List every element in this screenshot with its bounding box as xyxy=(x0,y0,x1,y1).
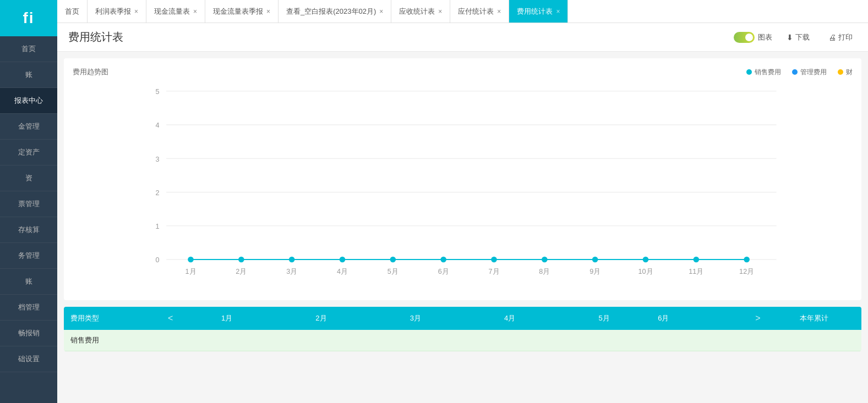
sidebar-item-cash-mgmt[interactable]: 金管理 xyxy=(0,114,57,140)
sidebar-item-ledger[interactable]: 账 xyxy=(0,269,57,295)
sidebar-item-account[interactable]: 账 xyxy=(0,62,57,88)
chart-container: 5 4 3 2 1 0 xyxy=(73,82,853,291)
td-jun-sales xyxy=(651,330,767,351)
sidebar-item-home[interactable]: 首页 xyxy=(0,36,57,62)
svg-text:5: 5 xyxy=(155,88,159,96)
tab-expense[interactable]: 费用统计表 × xyxy=(509,0,568,23)
tab-expense-label: 费用统计表 xyxy=(517,7,553,16)
chart-point-jan xyxy=(188,257,194,263)
tab-profit-quarterly-close[interactable]: × xyxy=(134,8,138,15)
tab-receivable[interactable]: 应收统计表 × xyxy=(391,0,450,23)
legend-finance-expense: 财 xyxy=(838,68,853,77)
tab-home-label: 首页 xyxy=(65,7,79,16)
table-nav-prev[interactable]: < xyxy=(168,313,173,323)
td-apr-sales xyxy=(463,330,557,351)
th-jan: 1月 xyxy=(179,307,274,330)
tab-cashflow-quarterly-label: 现金流量表季报 xyxy=(213,7,263,16)
chart-point-apr xyxy=(340,257,346,263)
download-label: 下载 xyxy=(795,32,810,42)
sidebar-item-capital[interactable]: 资 xyxy=(0,165,57,191)
svg-text:6月: 6月 xyxy=(438,268,449,275)
tab-cashflow-quarterly[interactable]: 现金流量表季报 × xyxy=(205,0,279,23)
tab-expense-close[interactable]: × xyxy=(556,8,560,15)
tab-view-blank[interactable]: 查看_空白报表(2023年02月) × xyxy=(279,0,391,23)
legend-label-sales: 销售费用 xyxy=(755,68,781,77)
chart-point-sep xyxy=(592,257,598,263)
th-mar: 3月 xyxy=(368,307,462,330)
legend-dot-finance xyxy=(838,69,843,75)
chart-title: 费用趋势图 xyxy=(73,67,108,77)
tab-cashflow-quarterly-close[interactable]: × xyxy=(266,8,270,15)
main-area: 首页 利润表季报 × 现金流量表 × 现金流量表季报 × 查看_空白报表(202… xyxy=(57,0,868,403)
legend-dot-admin xyxy=(792,69,798,75)
chart-toggle[interactable] xyxy=(734,32,755,43)
tab-receivable-label: 应收统计表 xyxy=(399,7,435,16)
page-title: 费用统计表 xyxy=(68,30,123,45)
print-label: 打印 xyxy=(838,32,853,42)
print-button[interactable]: 🖨 打印 xyxy=(824,30,857,45)
tab-cashflow[interactable]: 现金流量表 × xyxy=(146,0,205,23)
tab-profit-quarterly[interactable]: 利润表季报 × xyxy=(88,0,146,23)
th-ytd: 本年累计 xyxy=(767,307,861,330)
expense-table: 费用类型 < 1月 2月 3月 4月 5月 6月 > 本年累计 销售费用 xyxy=(64,307,861,351)
svg-text:3: 3 xyxy=(155,156,159,163)
sidebar-item-settings[interactable]: 础设置 xyxy=(0,346,57,372)
tab-payable-label: 应付统计表 xyxy=(458,7,494,16)
th-apr: 4月 xyxy=(463,307,557,330)
tab-receivable-close[interactable]: × xyxy=(438,8,442,15)
chart-point-aug xyxy=(542,257,548,263)
sidebar-item-sales-return[interactable]: 畅报销 xyxy=(0,321,57,346)
chart-point-jul xyxy=(491,257,497,263)
th-may: 5月 xyxy=(557,307,651,330)
chart-point-mar xyxy=(289,257,295,263)
sidebar-item-service-mgmt[interactable]: 务管理 xyxy=(0,243,57,269)
th-jun: 6月 > xyxy=(651,307,767,330)
tab-view-blank-label: 查看_空白报表(2023年02月) xyxy=(286,7,376,16)
download-icon: ⬇ xyxy=(787,33,793,42)
table-row: 销售费用 xyxy=(64,330,861,351)
legend-dot-sales xyxy=(746,69,752,75)
th-jun-label: 6月 xyxy=(658,313,669,323)
chart-header: 费用趋势图 销售费用 管理费用 财 xyxy=(73,67,853,77)
svg-text:2: 2 xyxy=(155,189,159,197)
legend-sales-expense: 销售费用 xyxy=(746,68,781,77)
sidebar-logo: fi xyxy=(0,0,57,36)
svg-text:4月: 4月 xyxy=(337,268,348,275)
th-type-label: 费用类型 xyxy=(70,313,99,323)
content-area: 费用统计表 图表 ⬇ 下载 🖨 打印 费用趋势图 xyxy=(57,23,868,403)
td-jan-sales xyxy=(179,330,274,351)
sidebar-item-inventory[interactable]: 存核算 xyxy=(0,217,57,243)
page-header: 费用统计表 图表 ⬇ 下载 🖨 打印 xyxy=(57,23,868,52)
sidebar: fi 首页 账 报表中心 金管理 定资产 资 票管理 存核算 务管理 账 档管理… xyxy=(0,0,57,403)
td-feb-sales xyxy=(274,330,368,351)
sidebar-item-fixed-assets[interactable]: 定资产 xyxy=(0,140,57,165)
table-nav-next[interactable]: > xyxy=(755,313,760,323)
chart-point-feb xyxy=(238,257,244,263)
sidebar-item-ticket-mgmt[interactable]: 票管理 xyxy=(0,191,57,217)
svg-text:2月: 2月 xyxy=(236,268,247,275)
chart-point-jun xyxy=(440,257,446,263)
td-mar-sales xyxy=(368,330,462,351)
chart-legend: 销售费用 管理费用 财 xyxy=(746,68,853,77)
tab-payable-close[interactable]: × xyxy=(497,8,501,15)
td-ytd-sales xyxy=(767,330,861,351)
header-actions: 图表 ⬇ 下载 🖨 打印 xyxy=(734,30,857,45)
tab-payable[interactable]: 应付统计表 × xyxy=(450,0,509,23)
download-button[interactable]: ⬇ 下载 xyxy=(782,30,814,45)
chart-point-oct xyxy=(643,257,649,263)
tab-cashflow-label: 现金流量表 xyxy=(154,7,190,16)
svg-text:12月: 12月 xyxy=(739,268,754,275)
sidebar-item-file-mgmt[interactable]: 档管理 xyxy=(0,295,57,321)
chart-toggle-label: 图表 xyxy=(758,32,772,42)
svg-text:10月: 10月 xyxy=(638,268,653,275)
tab-cashflow-close[interactable]: × xyxy=(193,8,197,15)
table-header: 费用类型 < 1月 2月 3月 4月 5月 6月 > 本年累计 xyxy=(64,307,861,330)
tab-view-blank-close[interactable]: × xyxy=(379,8,383,15)
th-feb: 2月 xyxy=(274,307,368,330)
legend-label-admin: 管理费用 xyxy=(800,68,827,77)
svg-text:5月: 5月 xyxy=(387,268,398,275)
sidebar-item-report-center[interactable]: 报表中心 xyxy=(0,88,57,114)
svg-text:1: 1 xyxy=(155,223,159,230)
tab-home[interactable]: 首页 xyxy=(57,0,88,23)
chart-point-nov xyxy=(694,257,700,263)
